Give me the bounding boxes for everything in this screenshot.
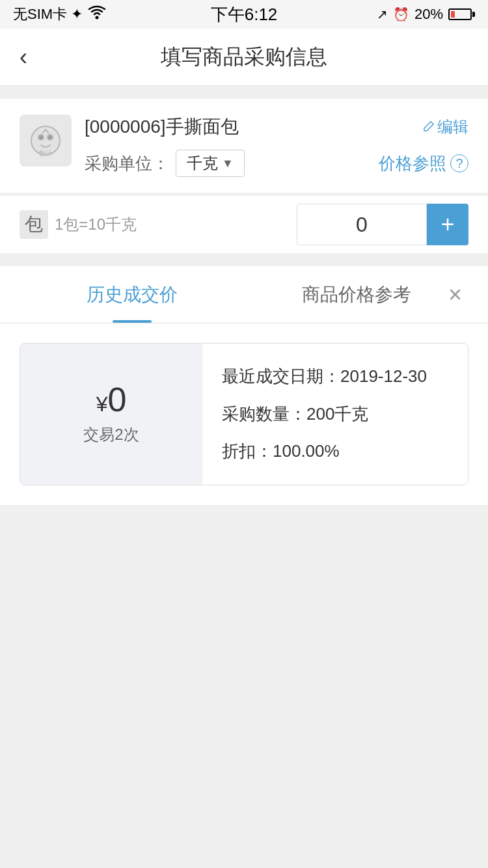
recent-date-label: 最近成交日期： — [222, 366, 340, 386]
unit-label: 采购单位： — [85, 152, 169, 175]
price-ref-label: 价格参照 — [379, 152, 446, 175]
history-card-left: ¥0 交易2次 — [20, 344, 202, 485]
quantity-section: 包 1包=10千克 0 + — [0, 195, 488, 253]
product-top-row: [0000006]手撕面包 编辑 — [85, 115, 468, 139]
svg-point-0 — [96, 16, 99, 20]
history-card-right: 最近成交日期：2019-12-30 采购数量：200千克 折扣：100.00% — [202, 344, 468, 485]
panel-close-button[interactable]: × — [442, 275, 468, 315]
tab-history-label: 历史成交价 — [87, 282, 178, 307]
quantity-row: 包 1包=10千克 0 + — [20, 196, 468, 253]
unit-conversion-text: 1包=10千克 — [55, 214, 137, 235]
status-left: 无SIM卡 ✦ — [13, 5, 106, 24]
recent-date-row: 最近成交日期：2019-12-30 — [222, 363, 448, 390]
alarm-icon: ⏰ — [393, 7, 409, 22]
tab-active-indicator — [113, 320, 152, 323]
currency-symbol: ¥ — [96, 392, 108, 416]
quantity-plus-button[interactable]: + — [427, 204, 468, 245]
quantity-input[interactable]: 0 — [297, 204, 427, 245]
tab-history-price[interactable]: 历史成交价 — [20, 266, 244, 323]
history-card: ¥0 交易2次 最近成交日期：2019-12-30 采购数量：200千克 折扣：… — [20, 343, 468, 485]
unit-select-dropdown[interactable]: 千克 ▼ — [176, 150, 245, 177]
bag-unit-icon: 包 — [20, 210, 48, 239]
svg-point-4 — [39, 135, 43, 139]
product-info: [0000006]手撕面包 编辑 采购单位： 千克 ▼ 价格参照 ? — [85, 115, 468, 177]
product-unit-row: 采购单位： 千克 ▼ 价格参照 ? — [85, 150, 468, 177]
tabs-row: 历史成交价 商品价格参考 × — [0, 266, 488, 323]
price-value: 0 — [107, 381, 126, 418]
tab-price-ref-label: 商品价格参考 — [302, 282, 411, 307]
purchase-qty-value: 200千克 — [306, 404, 368, 424]
quantity-unit-display: 包 1包=10千克 — [20, 210, 137, 239]
dropdown-arrow-icon: ▼ — [222, 157, 234, 170]
discount-value: 100.00% — [273, 441, 340, 461]
status-time: 下午6:12 — [211, 3, 278, 26]
svg-text:数计: 数计 — [39, 150, 52, 157]
history-price-display: ¥0 — [96, 383, 127, 416]
history-content: ¥0 交易2次 最近成交日期：2019-12-30 采购数量：200千克 折扣：… — [0, 323, 488, 505]
purchase-qty-row: 采购数量：200千克 — [222, 401, 448, 428]
status-right: ↗ ⏰ 20% — [377, 6, 475, 23]
product-header: 数计 [0000006]手撕面包 编辑 采购单位： 千克 ▼ — [20, 115, 468, 177]
product-section: 数计 [0000006]手撕面包 编辑 采购单位： 千克 ▼ — [0, 99, 488, 193]
location-icon: ↗ — [377, 7, 388, 22]
quantity-input-area: 0 + — [137, 204, 468, 245]
tab-price-ref[interactable]: 商品价格参考 — [244, 266, 468, 323]
discount-row: 折扣：100.00% — [222, 438, 448, 465]
carrier-text: 无SIM卡 ✦ — [13, 5, 83, 24]
discount-label: 折扣： — [222, 441, 273, 461]
status-bar: 无SIM卡 ✦ 下午6:12 ↗ ⏰ 20% — [0, 0, 488, 29]
edit-button[interactable]: 编辑 — [422, 116, 468, 137]
nav-bar: ‹ 填写商品采购信息 — [0, 29, 488, 86]
wifi-icon — [88, 5, 106, 23]
unit-value: 千克 — [187, 153, 218, 174]
history-trades-label: 交易2次 — [83, 424, 139, 445]
svg-point-5 — [48, 135, 52, 139]
battery-icon — [448, 8, 475, 20]
page-title: 填写商品采购信息 — [161, 43, 327, 72]
product-logo: 数计 — [20, 115, 72, 167]
section-divider — [0, 253, 488, 266]
purchase-qty-label: 采购数量： — [222, 404, 306, 424]
price-ref-button[interactable]: 价格参照 ? — [379, 152, 468, 175]
product-name: [0000006]手撕面包 — [85, 115, 239, 139]
battery-percent: 20% — [414, 6, 443, 23]
main-content-area — [0, 505, 488, 868]
back-button[interactable]: ‹ — [13, 37, 34, 77]
bottom-panel: 历史成交价 商品价格参考 × ¥0 交易2次 最近成交日期：2019-12-30 — [0, 266, 488, 505]
recent-date-value: 2019-12-30 — [340, 366, 427, 386]
help-icon: ? — [450, 154, 468, 172]
